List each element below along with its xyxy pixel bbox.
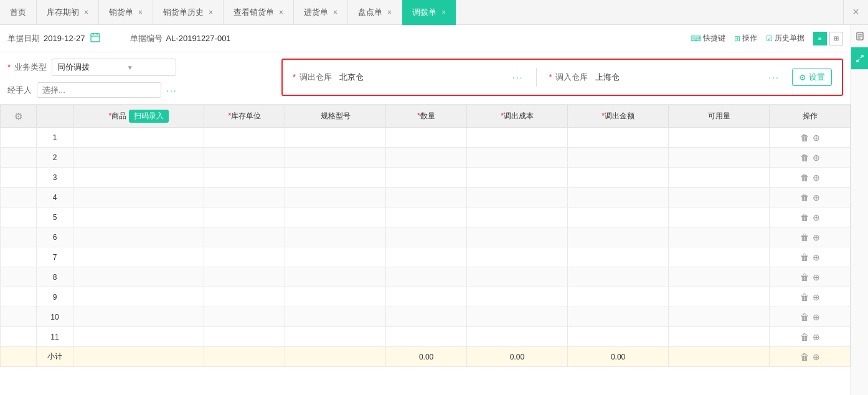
- copy-icon[interactable]: ⊕: [813, 133, 820, 143]
- business-type-select[interactable]: 同价调拨 ▼: [52, 59, 176, 76]
- row-cost-cell[interactable]: [466, 148, 567, 168]
- row-cost-cell[interactable]: [466, 287, 567, 307]
- row-qty-cell[interactable]: [386, 128, 467, 148]
- row-product-cell[interactable]: [73, 307, 204, 327]
- row-spec-cell[interactable]: [285, 227, 386, 247]
- tab-home[interactable]: 首页: [0, 0, 37, 25]
- row-cost-cell[interactable]: [466, 227, 567, 247]
- settings-button[interactable]: ⚙ 设置: [792, 69, 832, 86]
- row-amount-cell[interactable]: [568, 247, 669, 267]
- delete-icon[interactable]: 🗑: [800, 133, 809, 143]
- row-amount-cell[interactable]: [568, 128, 669, 148]
- subtotal-delete-icon[interactable]: 🗑: [800, 352, 809, 362]
- table-settings-icon[interactable]: ⚙: [14, 111, 22, 121]
- delete-icon[interactable]: 🗑: [800, 252, 809, 262]
- row-unit-cell[interactable]: [204, 267, 285, 287]
- row-spec-cell[interactable]: [285, 207, 386, 227]
- copy-icon[interactable]: ⊕: [813, 332, 820, 342]
- row-qty-cell[interactable]: [386, 287, 467, 307]
- row-unit-cell[interactable]: [204, 128, 285, 148]
- subtotal-copy-icon[interactable]: ⊕: [813, 352, 820, 362]
- row-spec-cell[interactable]: [285, 128, 386, 148]
- copy-icon[interactable]: ⊕: [813, 153, 820, 163]
- copy-icon[interactable]: ⊕: [813, 193, 820, 202]
- row-amount-cell[interactable]: [568, 287, 669, 307]
- close-销货单[interactable]: ×: [138, 8, 143, 17]
- calendar-icon[interactable]: [90, 32, 100, 44]
- row-cost-cell[interactable]: [466, 327, 567, 347]
- warehouse-out-more-btn[interactable]: ···: [512, 72, 524, 82]
- row-cost-cell[interactable]: [466, 207, 567, 227]
- row-qty-cell[interactable]: [386, 227, 467, 247]
- tab-销货单历史[interactable]: 销货单历史 ×: [153, 0, 224, 25]
- row-unit-cell[interactable]: [204, 188, 285, 207]
- row-unit-cell[interactable]: [204, 227, 285, 247]
- close-库存期初[interactable]: ×: [84, 8, 88, 17]
- row-product-cell[interactable]: [73, 247, 204, 267]
- tab-盘点单[interactable]: 盘点单 ×: [348, 0, 402, 25]
- row-unit-cell[interactable]: [204, 148, 285, 168]
- close-盘点单[interactable]: ×: [387, 8, 392, 17]
- scan-button[interactable]: 扫码录入: [129, 110, 169, 123]
- row-product-cell[interactable]: [73, 188, 204, 207]
- copy-icon[interactable]: ⊕: [813, 312, 820, 322]
- layout-btn-list[interactable]: ≡: [813, 32, 827, 45]
- delete-icon[interactable]: 🗑: [800, 272, 809, 282]
- tab-库存期初[interactable]: 库存期初 ×: [37, 0, 99, 25]
- row-spec-cell[interactable]: [285, 267, 386, 287]
- operator-input[interactable]: [37, 82, 161, 98]
- tab-进货单[interactable]: 进货单 ×: [294, 0, 348, 25]
- row-amount-cell[interactable]: [568, 188, 669, 207]
- shortcut-btn[interactable]: ⌨ 快捷键: [691, 33, 725, 44]
- delete-icon[interactable]: 🗑: [800, 173, 809, 183]
- row-amount-cell[interactable]: [568, 207, 669, 227]
- warehouse-in-more-btn[interactable]: ···: [768, 72, 780, 82]
- row-product-cell[interactable]: [73, 148, 204, 168]
- row-qty-cell[interactable]: [386, 168, 467, 188]
- row-qty-cell[interactable]: [386, 327, 467, 347]
- layout-btn-grid[interactable]: ⊞: [829, 32, 843, 45]
- close-查看销货单[interactable]: ×: [279, 8, 283, 17]
- row-unit-cell[interactable]: [204, 287, 285, 307]
- row-spec-cell[interactable]: [285, 287, 386, 307]
- copy-icon[interactable]: ⊕: [813, 212, 820, 222]
- row-qty-cell[interactable]: [386, 188, 467, 207]
- copy-icon[interactable]: ⊕: [813, 232, 820, 242]
- copy-icon[interactable]: ⊕: [813, 292, 820, 302]
- row-qty-cell[interactable]: [386, 207, 467, 227]
- operator-more-btn[interactable]: ···: [166, 85, 177, 95]
- row-unit-cell[interactable]: [204, 168, 285, 188]
- row-amount-cell[interactable]: [568, 307, 669, 327]
- row-spec-cell[interactable]: [285, 307, 386, 327]
- row-cost-cell[interactable]: [466, 247, 567, 267]
- row-product-cell[interactable]: [73, 128, 204, 148]
- close-调拨单[interactable]: ×: [441, 8, 446, 17]
- row-qty-cell[interactable]: [386, 267, 467, 287]
- tab-查看销货单[interactable]: 查看销货单 ×: [224, 0, 294, 25]
- row-product-cell[interactable]: [73, 207, 204, 227]
- sidebar-expand-icon[interactable]: [851, 47, 869, 70]
- copy-icon[interactable]: ⊕: [813, 252, 820, 262]
- copy-icon[interactable]: ⊕: [813, 173, 820, 183]
- row-unit-cell[interactable]: [204, 327, 285, 347]
- row-cost-cell[interactable]: [466, 307, 567, 327]
- row-unit-cell[interactable]: [204, 247, 285, 267]
- global-close-button[interactable]: ×: [843, 0, 868, 25]
- row-cost-cell[interactable]: [466, 188, 567, 207]
- delete-icon[interactable]: 🗑: [800, 212, 809, 222]
- history-btn[interactable]: ☑ 历史单据: [766, 33, 804, 44]
- row-product-cell[interactable]: [73, 267, 204, 287]
- row-amount-cell[interactable]: [568, 168, 669, 188]
- row-product-cell[interactable]: [73, 168, 204, 188]
- close-销货单历史[interactable]: ×: [209, 8, 213, 17]
- row-cost-cell[interactable]: [466, 267, 567, 287]
- row-qty-cell[interactable]: [386, 307, 467, 327]
- row-product-cell[interactable]: [73, 287, 204, 307]
- op-btn[interactable]: ⊞ 操作: [734, 33, 757, 44]
- row-amount-cell[interactable]: [568, 148, 669, 168]
- delete-icon[interactable]: 🗑: [800, 153, 809, 163]
- row-qty-cell[interactable]: [386, 148, 467, 168]
- sidebar-doc-icon[interactable]: [851, 25, 869, 47]
- delete-icon[interactable]: 🗑: [800, 332, 809, 342]
- row-amount-cell[interactable]: [568, 327, 669, 347]
